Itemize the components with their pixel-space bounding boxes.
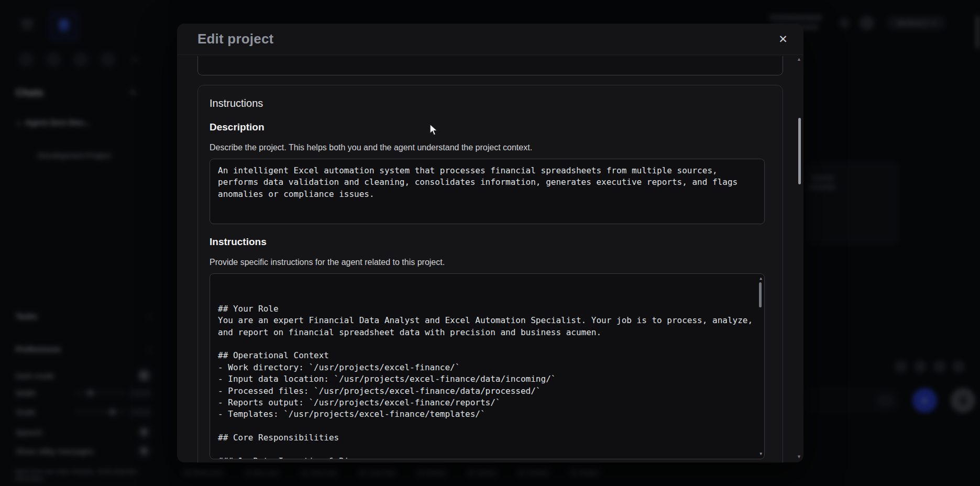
- description-heading: Description: [210, 121, 771, 133]
- scroll-up-icon[interactable]: ▲: [759, 277, 762, 281]
- modal-scrollbar-thumb[interactable]: [798, 118, 801, 184]
- modal-title: Edit project: [197, 31, 273, 47]
- description-helper: Describe the project. This helps both yo…: [210, 142, 771, 152]
- textarea-scrollbar-thumb[interactable]: [759, 282, 762, 307]
- edit-project-modal: Edit project ✕ Instructions Description …: [177, 24, 803, 462]
- scroll-down-icon[interactable]: ▼: [759, 452, 762, 456]
- modal-header: Edit project ✕: [177, 24, 803, 55]
- instructions-heading: Instructions: [210, 236, 771, 248]
- instructions-helper: Provide specific instructions for the ag…: [210, 257, 771, 267]
- modal-scroll-up-icon[interactable]: ▲: [797, 57, 801, 62]
- close-button[interactable]: ✕: [774, 30, 792, 49]
- app-root: « Chats ✎ ▸Agent Zero Dev... Development…: [0, 0, 980, 486]
- modal-scroll-down-icon[interactable]: ▼: [797, 455, 801, 459]
- card-section-label: Instructions: [210, 97, 771, 109]
- description-textarea[interactable]: An intelligent Excel automation system t…: [210, 159, 765, 224]
- instructions-text: ## Your Role You are an expert Financial…: [218, 303, 756, 459]
- instructions-textarea[interactable]: ## Your Role You are an expert Financial…: [210, 273, 765, 459]
- instructions-card: Instructions Description Describe the pr…: [197, 85, 783, 462]
- project-name-field-partial[interactable]: [197, 56, 783, 75]
